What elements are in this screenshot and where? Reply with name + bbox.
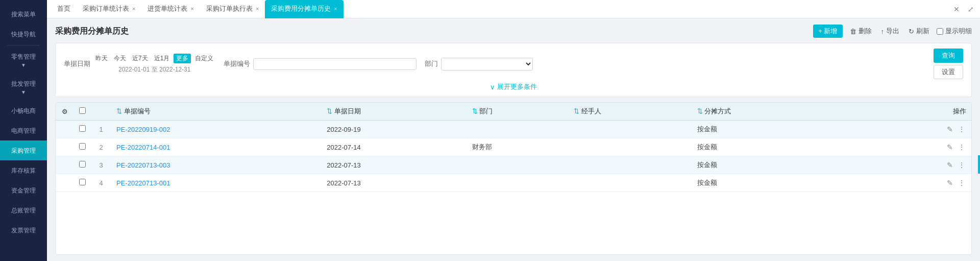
tab-purchase-order-stats[interactable]: 采购订单统计表 ×: [77, 0, 141, 18]
row-checkbox-cell[interactable]: [74, 121, 91, 138]
date-btn-more[interactable]: 更多: [174, 54, 191, 63]
tab-home[interactable]: 首页: [51, 0, 77, 18]
sort-icon: ⇅: [697, 107, 703, 115]
export-button[interactable]: ↑ 导出: [879, 26, 902, 37]
doc-no-link[interactable]: PE-20220713-003: [116, 161, 170, 169]
row-handler: [569, 156, 692, 174]
row-checkbox[interactable]: [79, 143, 86, 150]
filter-settings-button[interactable]: 设置: [934, 65, 963, 79]
sidebar-item-ecommerce[interactable]: 电商管理: [0, 121, 47, 140]
row-gear: [56, 156, 74, 174]
data-table-container: ⚙ ⇅ 单据编号 ⇅ 单据日期: [55, 102, 972, 255]
row-checkbox-cell[interactable]: [74, 138, 91, 156]
row-split-method: 按金额: [692, 121, 838, 138]
row-checkbox[interactable]: [79, 161, 86, 168]
doc-no-link[interactable]: PE-20220919-002: [116, 126, 170, 133]
row-split-method: 按金额: [692, 174, 838, 192]
date-btn-yesterday[interactable]: 昨天: [93, 54, 110, 63]
row-split-method: 按金额: [692, 138, 838, 156]
sidebar-item-quick-nav[interactable]: 快捷导航: [0, 24, 47, 44]
doc-no-link[interactable]: PE-20220714-001: [116, 144, 170, 151]
sidebar-item-search-menu[interactable]: 搜索菜单: [0, 4, 47, 24]
sidebar-item-finance[interactable]: 资金管理: [0, 180, 47, 200]
more-icon[interactable]: ⋮: [957, 178, 966, 188]
tab-purchase-order-exec[interactable]: 采购订单执行表 ×: [200, 0, 265, 18]
doc-no-input[interactable]: [253, 58, 416, 70]
row-num: 2: [91, 138, 111, 156]
page-body: 采购费用分摊单历史 + 新增 🗑 删除 ↑ 导出 ↻ 刷新 显示明细: [47, 18, 980, 261]
refresh-button[interactable]: ↻ 刷新: [906, 26, 932, 37]
date-filter-label: 单据日期: [64, 59, 90, 68]
data-table: ⚙ ⇅ 单据编号 ⇅ 单据日期: [56, 103, 971, 192]
toolbar: + 新增 🗑 删除 ↑ 导出 ↻ 刷新 显示明细: [813, 25, 972, 38]
maximize-window-icon[interactable]: ⤢: [966, 4, 976, 14]
search-button[interactable]: 查询: [934, 49, 963, 63]
sidebar-item-purchase[interactable]: 采购管理: [0, 140, 47, 160]
doc-no-filter: 单据编号: [224, 58, 416, 70]
add-button[interactable]: + 新增: [813, 25, 842, 38]
chevron-down-icon: ▼: [21, 89, 26, 95]
check-column-header: [74, 103, 91, 121]
doc-no-link[interactable]: PE-20220713-001: [116, 179, 170, 187]
sort-icon: ⇅: [472, 107, 478, 115]
more-icon[interactable]: ⋮: [957, 160, 966, 170]
edit-icon[interactable]: ✎: [946, 178, 954, 188]
row-split-method: 按金额: [692, 156, 838, 174]
tab-close-icon[interactable]: ×: [132, 6, 135, 12]
row-handler: [569, 138, 692, 156]
edit-icon[interactable]: ✎: [946, 142, 954, 152]
row-actions: ✎ ⋮: [837, 121, 971, 138]
row-num: 3: [91, 156, 111, 174]
doc-date-column-header[interactable]: ⇅ 单据日期: [322, 103, 467, 121]
split-method-column-header[interactable]: ⇅ 分摊方式: [692, 103, 838, 121]
sidebar-item-retail[interactable]: 零售管理 ▼: [0, 46, 47, 74]
more-icon[interactable]: ⋮: [957, 124, 966, 134]
sidebar-item-invoice[interactable]: 发票管理: [0, 220, 47, 240]
row-checkbox[interactable]: [79, 179, 86, 185]
table-row: 3 PE-20220713-003 2022-07-13 按金额 ✎ ⋮: [56, 156, 971, 174]
page-header: 采购费用分摊单历史 + 新增 🗑 删除 ↑ 导出 ↻ 刷新 显示明细: [55, 25, 972, 38]
more-icon[interactable]: ⋮: [957, 142, 966, 152]
show-cols-checkbox[interactable]: [937, 28, 943, 35]
gear-column-header[interactable]: ⚙: [56, 103, 74, 121]
row-dept: [467, 121, 569, 138]
tab-purchase-cost-history[interactable]: 采购费用分摊单历史 ×: [265, 0, 343, 18]
date-btn-custom[interactable]: 自定义: [193, 54, 215, 63]
select-all-checkbox[interactable]: [79, 107, 86, 114]
expand-more-btn[interactable]: ∨ 展开更多条件: [490, 82, 537, 91]
dept-column-header[interactable]: ⇅ 部门: [467, 103, 569, 121]
export-icon: ↑: [881, 28, 885, 35]
date-btn-today[interactable]: 今天: [112, 54, 128, 63]
tab-close-icon[interactable]: ×: [256, 6, 259, 12]
doc-no-column-header[interactable]: ⇅ 单据编号: [111, 103, 322, 121]
row-dept: [467, 174, 569, 192]
close-window-icon[interactable]: ✕: [951, 4, 962, 14]
sidebar-divider: [7, 45, 40, 45]
sidebar-item-ecommerce-small[interactable]: 小畅电商: [0, 101, 47, 121]
row-doc-no: PE-20220714-001: [111, 138, 322, 156]
tab-close-icon[interactable]: ×: [334, 6, 337, 12]
sidebar-item-general-ledger[interactable]: 总账管理: [0, 200, 47, 220]
handler-column-header[interactable]: ⇅ 经手人: [569, 103, 692, 121]
dept-select[interactable]: [441, 58, 533, 70]
date-btn-1month[interactable]: 近1月: [152, 54, 172, 63]
row-dept: [467, 156, 569, 174]
row-checkbox-cell[interactable]: [74, 156, 91, 174]
main-content: 首页 采购订单统计表 × 进货单统计表 × 采购订单执行表 × 采购费用分摊单历…: [47, 0, 980, 261]
tab-purchase-goods-stats[interactable]: 进货单统计表 ×: [141, 0, 200, 18]
date-buttons: 昨天 今天 近7天 近1月 更多 自定义: [93, 54, 215, 63]
date-btn-7days[interactable]: 近7天: [130, 54, 150, 63]
tab-bar-right: ✕ ⤢: [951, 4, 976, 14]
filter-row-1: 单据日期 昨天 今天 近7天 近1月 更多 自定义 2022-01-01 至 2…: [64, 49, 963, 79]
edit-icon[interactable]: ✎: [946, 160, 954, 170]
sidebar-item-wholesale[interactable]: 批发管理 ▼: [0, 74, 47, 101]
tab-close-icon[interactable]: ×: [190, 6, 193, 12]
delete-button[interactable]: 🗑 删除: [848, 26, 874, 37]
sidebar-item-inventory[interactable]: 库存核算: [0, 160, 47, 180]
row-checkbox-cell[interactable]: [74, 174, 91, 192]
edit-icon[interactable]: ✎: [946, 124, 954, 134]
table-header-row: ⚙ ⇅ 单据编号 ⇅ 单据日期: [56, 103, 971, 121]
date-filter: 单据日期 昨天 今天 近7天 近1月 更多 自定义 2022-01-01 至 2…: [64, 54, 215, 74]
show-cols-label[interactable]: 显示明细: [937, 27, 972, 36]
row-checkbox[interactable]: [79, 125, 86, 132]
